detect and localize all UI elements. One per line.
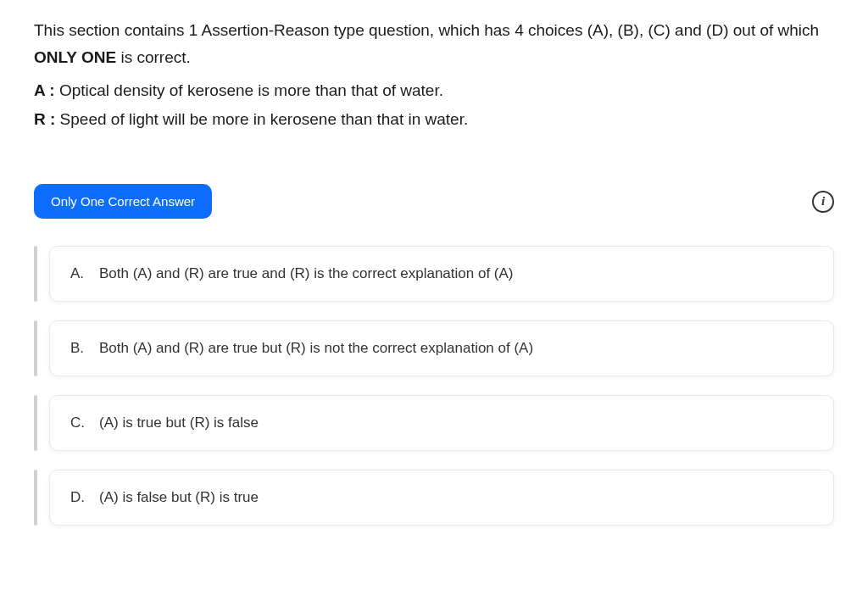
info-glyph: i [821, 194, 825, 209]
option-c[interactable]: C. (A) is true but (R) is false [49, 395, 834, 451]
instruction-text-2: is correct. [116, 48, 191, 66]
option-d[interactable]: D. (A) is false but (R) is true [49, 470, 834, 526]
assertion-text: Optical density of kerosene is more than… [55, 81, 443, 99]
option-letter: C. [70, 415, 99, 431]
reason-label: R : [34, 110, 55, 128]
option-text: Both (A) and (R) are true and (R) is the… [99, 265, 513, 282]
assertion-statement: A : Optical density of kerosene is more … [34, 77, 834, 104]
badge-row: Only One Correct Answer i [34, 184, 834, 219]
option-b[interactable]: B. Both (A) and (R) are true but (R) is … [49, 320, 834, 376]
option-wrapper: D. (A) is false but (R) is true [34, 470, 834, 526]
instruction-bold: ONLY ONE [34, 48, 116, 66]
badge-label: Only One Correct Answer [51, 194, 195, 209]
option-letter: B. [70, 340, 99, 357]
option-text: (A) is true but (R) is false [99, 415, 259, 431]
assertion-label: A : [34, 81, 55, 99]
option-indicator-bar [34, 320, 37, 376]
option-letter: D. [70, 489, 99, 506]
option-wrapper: A. Both (A) and (R) are true and (R) is … [34, 246, 834, 302]
instruction-text-1: This section contains 1 Assertion-Reason… [34, 21, 819, 39]
option-a[interactable]: A. Both (A) and (R) are true and (R) is … [49, 246, 834, 302]
option-indicator-bar [34, 470, 37, 526]
reason-statement: R : Speed of light will be more in keros… [34, 106, 834, 133]
option-indicator-bar [34, 395, 37, 451]
options-container: A. Both (A) and (R) are true and (R) is … [34, 246, 834, 526]
option-wrapper: C. (A) is true but (R) is false [34, 395, 834, 451]
option-letter: A. [70, 265, 99, 282]
option-text: (A) is false but (R) is true [99, 489, 259, 506]
reason-text: Speed of light will be more in kerosene … [55, 110, 468, 128]
option-text: Both (A) and (R) are true but (R) is not… [99, 340, 533, 357]
info-icon[interactable]: i [812, 191, 834, 213]
question-instructions: This section contains 1 Assertion-Reason… [34, 17, 834, 72]
option-indicator-bar [34, 246, 37, 302]
answer-type-badge: Only One Correct Answer [34, 184, 212, 219]
option-wrapper: B. Both (A) and (R) are true but (R) is … [34, 320, 834, 376]
